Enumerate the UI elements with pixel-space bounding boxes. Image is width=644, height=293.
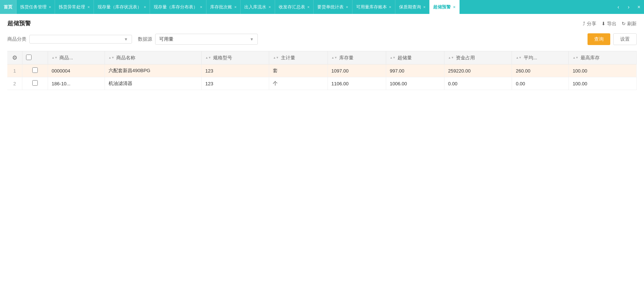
- col-product-name[interactable]: ▲▼ 商品名称: [105, 51, 201, 64]
- cell-overstock: 997.00: [386, 64, 444, 77]
- cell-spec: 123: [201, 64, 269, 77]
- gear-icon[interactable]: ⚙: [12, 55, 17, 61]
- close-icon[interactable]: ×: [200, 5, 202, 9]
- refresh-icon: ↻: [622, 21, 626, 26]
- close-icon[interactable]: ×: [49, 5, 51, 9]
- cell-avg: 260.00: [512, 64, 569, 77]
- nav-tab-collect[interactable]: 收发存汇总表 ×: [275, 0, 314, 14]
- row-index: 2: [7, 77, 22, 90]
- nav-tab-inout[interactable]: 出入库流水 ×: [241, 0, 275, 14]
- page-title: 超储预警: [7, 20, 31, 27]
- nav-tab-task[interactable]: 拣货任务管理 ×: [17, 0, 55, 14]
- export-button[interactable]: ⬇ 导出: [601, 21, 616, 27]
- close-icon[interactable]: ×: [307, 5, 310, 9]
- col-max-stock[interactable]: ▲▼ 最高库存: [569, 51, 637, 64]
- chevron-down-icon: ▼: [250, 37, 254, 41]
- nav-tab-quality[interactable]: 保质期查询 ×: [395, 0, 429, 14]
- datasource-filter-group: 数据源 可用量 ▼: [138, 34, 258, 45]
- cell-capital: 0.00: [444, 77, 512, 90]
- category-filter-group: 商品分类 ▼: [7, 35, 132, 44]
- sort-icon: ▲▼: [205, 56, 211, 59]
- query-button[interactable]: 查询: [588, 33, 610, 45]
- datasource-select[interactable]: 可用量 ▼: [155, 34, 258, 45]
- cell-product-code: 186-10...: [48, 77, 105, 90]
- datasource-select-value: 可用量: [159, 36, 173, 42]
- col-avg[interactable]: ▲▼ 平均...: [512, 51, 569, 64]
- nav-tab-avail-ledger[interactable]: 可用量库存账本 ×: [352, 0, 395, 14]
- col-unit[interactable]: ▲▼ 主计量: [269, 51, 328, 64]
- sort-icon: ▲▼: [273, 56, 279, 59]
- cell-stock: 1106.00: [328, 77, 386, 90]
- cell-product-name: 机油滤清器: [105, 77, 201, 90]
- sort-icon: ▲▼: [448, 56, 454, 59]
- close-icon[interactable]: ×: [453, 5, 455, 9]
- export-icon: ⬇: [601, 21, 605, 26]
- row-checkbox[interactable]: [32, 67, 38, 73]
- row-checkbox[interactable]: [32, 80, 38, 86]
- close-icon[interactable]: ×: [346, 5, 348, 9]
- share-icon: ⤴: [583, 21, 585, 26]
- datasource-label: 数据源: [138, 36, 152, 42]
- sort-icon: ▲▼: [572, 56, 578, 59]
- cell-max-stock: 100.00: [569, 77, 637, 90]
- page-content: 超储预警 ⤴ 分享 ⬇ 导出 ↻ 刷新 商品分类 ▼ 数据源: [0, 14, 644, 293]
- category-select[interactable]: ▼: [29, 35, 132, 44]
- nav-tab-overstock[interactable]: 超储预警 ×: [429, 0, 459, 14]
- cell-capital: 259220.00: [444, 64, 512, 77]
- nav-tab-abnormal[interactable]: 拣货异常处理 ×: [55, 0, 94, 14]
- nav-tab-stock-status[interactable]: 现存量（库存状况表） ×: [94, 0, 150, 14]
- close-icon[interactable]: ×: [87, 5, 89, 9]
- cell-max-stock: 100.00: [569, 64, 637, 77]
- table-row: 2 186-10... 机油滤清器 123 个 1106.00 1006.00 …: [7, 77, 637, 90]
- row-checkbox-cell[interactable]: [22, 77, 48, 90]
- col-stock[interactable]: ▲▼ 库存量: [328, 51, 386, 64]
- nav-tab-home[interactable]: 首页: [0, 0, 17, 14]
- data-table: ⚙ ▲▼ 商品... ▲▼ 商品名称 ▲▼ 规格型号 ▲▼: [7, 51, 637, 90]
- nav-arrows: ‹ › ×: [613, 0, 644, 14]
- cell-product-name: 六配套新昌490BPG: [105, 64, 201, 77]
- close-icon[interactable]: ×: [268, 5, 271, 9]
- header-actions: ⤴ 分享 ⬇ 导出 ↻ 刷新: [583, 21, 637, 27]
- category-label: 商品分类: [7, 36, 26, 42]
- row-index: 1: [7, 64, 22, 77]
- nav-close-button[interactable]: ×: [634, 0, 644, 14]
- settings-button[interactable]: 设置: [613, 33, 637, 45]
- close-icon[interactable]: ×: [234, 5, 237, 9]
- sort-icon: ▲▼: [52, 56, 58, 59]
- chevron-down-icon: ▼: [124, 37, 128, 41]
- col-product-code[interactable]: ▲▼ 商品...: [48, 51, 105, 64]
- close-icon[interactable]: ×: [144, 5, 146, 9]
- nav-tab-batch[interactable]: 库存批次账 ×: [206, 0, 241, 14]
- sort-icon: ▲▼: [109, 56, 114, 59]
- nav-next-button[interactable]: ›: [623, 0, 634, 14]
- filter-actions: 查询 设置: [588, 33, 637, 45]
- sort-icon: ▲▼: [332, 56, 337, 59]
- share-button[interactable]: ⤴ 分享: [583, 21, 596, 27]
- close-icon[interactable]: ×: [389, 5, 391, 9]
- nav-prev-button[interactable]: ‹: [613, 0, 623, 14]
- close-icon[interactable]: ×: [423, 5, 425, 9]
- table-row: 1 0000004 六配套新昌490BPG 123 套 1097.00 997.…: [7, 64, 637, 77]
- cell-unit: 个: [269, 77, 328, 90]
- checkbox-header[interactable]: [22, 51, 48, 64]
- gear-header[interactable]: ⚙: [7, 51, 22, 64]
- top-navigation: 首页 拣货任务管理 × 拣货异常处理 × 现存量（库存状况表） × 现存量（库存…: [0, 0, 644, 14]
- nav-tab-order-stat[interactable]: 要货单统计表 ×: [314, 0, 352, 14]
- cell-avg: 0.00: [512, 77, 569, 90]
- cell-product-code: 0000004: [48, 64, 105, 77]
- cell-unit: 套: [269, 64, 328, 77]
- filter-area: 商品分类 ▼ 数据源 可用量 ▼ 查询 设置: [7, 33, 637, 45]
- sort-icon: ▲▼: [516, 56, 522, 59]
- cell-spec: 123: [201, 77, 269, 90]
- cell-stock: 1097.00: [328, 64, 386, 77]
- refresh-button[interactable]: ↻ 刷新: [622, 21, 637, 27]
- nav-tab-stock-dist[interactable]: 现存量（库存分布表） ×: [150, 0, 206, 14]
- col-capital[interactable]: ▲▼ 资金占用: [444, 51, 512, 64]
- select-all-checkbox[interactable]: [26, 55, 32, 60]
- sort-icon: ▲▼: [390, 56, 396, 59]
- table-header-row: ⚙ ▲▼ 商品... ▲▼ 商品名称 ▲▼ 规格型号 ▲▼: [7, 51, 637, 64]
- col-spec[interactable]: ▲▼ 规格型号: [201, 51, 269, 64]
- row-checkbox-cell[interactable]: [22, 64, 48, 77]
- page-header: 超储预警 ⤴ 分享 ⬇ 导出 ↻ 刷新: [7, 20, 637, 27]
- col-overstock[interactable]: ▲▼ 超储量: [386, 51, 444, 64]
